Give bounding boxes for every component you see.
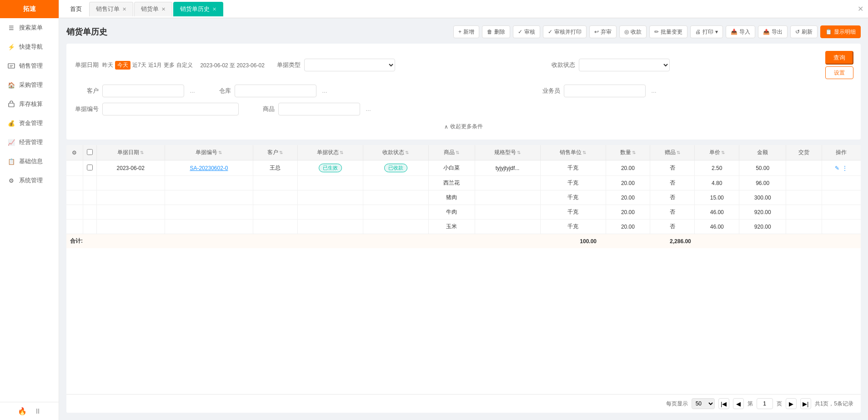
sidebar-item-finance[interactable]: 💰 资金管理: [0, 114, 59, 133]
table-settings-icon[interactable]: ⚙: [72, 150, 77, 156]
delete-button[interactable]: 🗑 删除: [482, 25, 510, 38]
tab-sales-order-close[interactable]: ✕: [122, 6, 126, 12]
audit-print-button[interactable]: ✓ 审核并打印: [543, 25, 587, 38]
sidebar-item-inventory[interactable]: 库存核算: [0, 95, 59, 114]
filter-collect-status-select[interactable]: [579, 59, 670, 71]
doc-no-link[interactable]: SA-20230602-0: [190, 165, 228, 171]
cell-no[interactable]: [165, 220, 253, 234]
filter-warehouse-input[interactable]: [235, 85, 316, 97]
tab-sales-goods-close[interactable]: ✕: [161, 6, 166, 12]
per-page-select[interactable]: 50 100 200: [692, 398, 715, 409]
abandon-button[interactable]: ↩ 弃审: [589, 25, 617, 38]
date-quick-1month[interactable]: 近1月: [148, 61, 162, 69]
print-button[interactable]: 🖨 打印 ▾: [690, 25, 723, 38]
cell-no[interactable]: SA-20230602-0: [165, 160, 253, 176]
sort-price-icon[interactable]: ⇅: [721, 150, 725, 155]
tab-home[interactable]: 首页: [64, 2, 88, 16]
sidebar-item-search-menu[interactable]: ☰ 搜索菜单: [0, 18, 59, 37]
tab-sales-goods[interactable]: 销货单 ✕: [134, 2, 172, 16]
export-button[interactable]: 📤 导出: [758, 25, 788, 38]
cell-checkbox[interactable]: [83, 205, 96, 220]
col-gift[interactable]: 赠品⇅: [650, 145, 695, 160]
col-spec[interactable]: 规格型号⇅: [475, 145, 540, 160]
goods-picker-icon[interactable]: …: [366, 106, 371, 112]
table-wrapper[interactable]: ⚙ 单据日期⇅ 单据编号⇅ 客: [66, 145, 861, 394]
sidebar-item-basic-info[interactable]: 📋 基础信息: [0, 152, 59, 171]
page-prev-button[interactable]: ◀: [733, 398, 744, 409]
refresh-button[interactable]: ↺ 刷新: [790, 25, 818, 38]
sort-customer-icon[interactable]: ⇅: [279, 150, 283, 155]
window-close-icon[interactable]: ✕: [858, 5, 863, 13]
date-quick-more[interactable]: 更多: [164, 61, 175, 69]
col-settings[interactable]: ⚙: [66, 145, 83, 160]
date-quick-7days[interactable]: 近7天: [132, 61, 146, 69]
filter-doctype-select[interactable]: [304, 59, 395, 71]
sidebar-item-operations[interactable]: 📈 经营管理: [0, 133, 59, 152]
cell-no[interactable]: [165, 190, 253, 205]
col-goods[interactable]: 商品⇅: [428, 145, 475, 160]
show-detail-button[interactable]: 📋 显示明细: [820, 25, 861, 38]
filter-goods-input[interactable]: [278, 103, 360, 115]
tab-sales-order[interactable]: 销售订单 ✕: [89, 2, 133, 16]
cell-checkbox[interactable]: [83, 190, 96, 205]
sort-goods-icon[interactable]: ⇅: [456, 150, 459, 155]
col-checkbox[interactable]: [83, 145, 96, 160]
col-customer[interactable]: 客户⇅: [253, 145, 298, 160]
cell-action[interactable]: [822, 176, 861, 190]
cell-no[interactable]: [165, 205, 253, 220]
tab-sales-history-close[interactable]: ✕: [212, 6, 216, 12]
col-price[interactable]: 单价⇅: [695, 145, 739, 160]
date-quick-today[interactable]: 今天: [115, 61, 130, 70]
sort-date-icon[interactable]: ⇅: [140, 150, 144, 155]
cell-action[interactable]: [822, 220, 861, 234]
date-quick-yesterday[interactable]: 昨天: [102, 61, 113, 69]
action-more-icon[interactable]: ⋮: [842, 165, 848, 171]
page-first-button[interactable]: |◀: [718, 398, 729, 409]
sidebar-item-purchase-mgmt[interactable]: 🏠 采购管理: [0, 75, 59, 95]
page-last-button[interactable]: ▶|: [800, 398, 811, 409]
customer-picker-icon[interactable]: …: [190, 88, 195, 94]
collapse-button[interactable]: ∧ 收起更多条件: [74, 121, 853, 132]
sort-docstatus-icon[interactable]: ⇅: [340, 150, 343, 155]
col-date[interactable]: 单据日期⇅: [96, 145, 165, 160]
cell-action[interactable]: [822, 190, 861, 205]
sidebar-fire-icon[interactable]: 🔥: [18, 407, 27, 415]
select-all-checkbox[interactable]: [87, 149, 93, 155]
audit-button[interactable]: ✓ 审核: [513, 25, 540, 38]
sort-qty-icon[interactable]: ⇅: [632, 150, 636, 155]
sort-gift-icon[interactable]: ⇅: [677, 150, 680, 155]
col-qty[interactable]: 数量⇅: [606, 145, 650, 160]
staff-picker-icon[interactable]: …: [651, 88, 657, 94]
cell-action[interactable]: [822, 205, 861, 220]
sort-spec-icon[interactable]: ⇅: [517, 150, 521, 155]
cell-checkbox[interactable]: [83, 160, 96, 176]
tab-sales-history[interactable]: 销货单历史 ✕: [173, 2, 223, 16]
sort-no-icon[interactable]: ⇅: [218, 150, 222, 155]
col-no[interactable]: 单据编号⇅: [165, 145, 253, 160]
collect-button[interactable]: ◎ 收款: [619, 25, 647, 38]
import-button[interactable]: 📥 导入: [726, 25, 755, 38]
page-number-input[interactable]: [757, 398, 773, 409]
add-button[interactable]: + 新增: [453, 25, 479, 38]
warehouse-picker-icon[interactable]: …: [322, 88, 327, 94]
action-edit-icon[interactable]: ✎: [835, 165, 839, 171]
sort-unit-icon[interactable]: ⇅: [582, 150, 586, 155]
cell-checkbox[interactable]: [83, 220, 96, 234]
query-button[interactable]: 查询: [825, 51, 853, 65]
filter-customer-input[interactable]: [102, 85, 184, 97]
cell-checkbox[interactable]: [83, 176, 96, 190]
batch-change-button[interactable]: ✏ 批量变更: [649, 25, 687, 38]
cell-no[interactable]: [165, 176, 253, 190]
settings-button[interactable]: 设置: [825, 66, 853, 79]
col-collect-status[interactable]: 收款状态⇅: [363, 145, 428, 160]
sidebar-pause-icon[interactable]: ⏸: [34, 407, 41, 415]
sidebar-item-sales-mgmt[interactable]: 销售管理: [0, 56, 59, 75]
date-quick-custom[interactable]: 自定义: [176, 61, 193, 69]
page-next-button[interactable]: ▶: [786, 398, 797, 409]
filter-docno-input[interactable]: [102, 103, 239, 115]
col-doc-status[interactable]: 单据状态⇅: [297, 145, 363, 160]
sidebar-item-sys-mgmt[interactable]: ⚙ 系统管理: [0, 171, 59, 190]
cell-action[interactable]: ✎⋮: [822, 160, 861, 176]
sort-collectstatus-icon[interactable]: ⇅: [405, 150, 409, 155]
col-unit[interactable]: 销售单位⇅: [540, 145, 606, 160]
